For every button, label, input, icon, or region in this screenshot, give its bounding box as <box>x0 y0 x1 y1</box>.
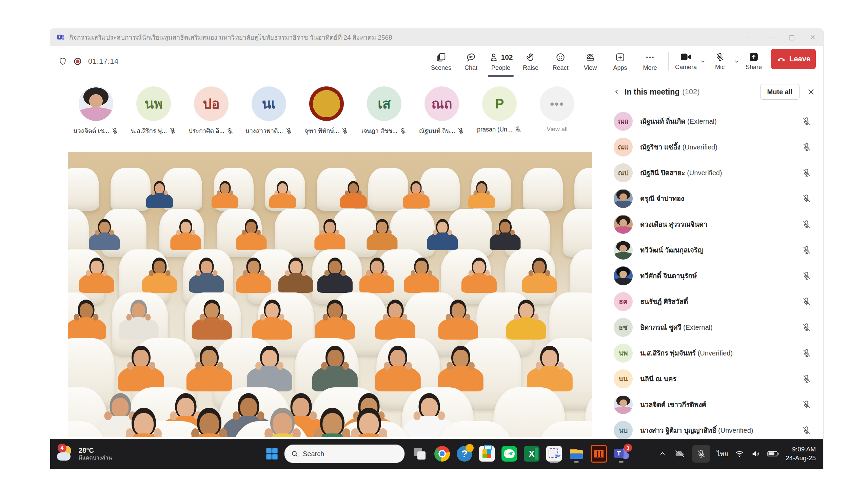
participant-row[interactable]: ทวีวัฒน์ วัฒนกุลเจริญ <box>606 237 823 263</box>
mic-muted-icon[interactable] <box>802 116 812 126</box>
help-app-taskbar-button[interactable]: ? <box>456 444 473 463</box>
line-app-taskbar-button[interactable]: LINE <box>501 444 517 463</box>
mic-muted-icon[interactable] <box>802 400 812 410</box>
ellipsis-icon: ••• <box>540 86 574 121</box>
tray-overflow-chevron[interactable] <box>658 449 667 459</box>
avatar-strip-item[interactable]: ปอประกาศิต อิ... <box>186 86 237 136</box>
attendee-hand <box>366 270 371 276</box>
panel-close-icon[interactable] <box>806 87 816 97</box>
avatar-strip-name: นางสาวพาตี... <box>245 126 292 136</box>
attendee-shirt <box>236 273 271 293</box>
microsoft-store-icon <box>479 446 495 462</box>
participant-row[interactable]: ธคธนรัชฎ์ ศิริสวัสดิ์ <box>606 289 823 314</box>
toolbar-tab-label: More <box>643 64 657 72</box>
toolbar-tab-chat[interactable]: Chat <box>456 47 486 75</box>
participant-row[interactable]: ณถณัฐนนท์ ถิ่นเกิด (External) <box>606 108 823 134</box>
participant-row[interactable]: นนนลินี ณ นคร <box>606 366 823 392</box>
onedrive-paused-icon[interactable] <box>674 449 686 459</box>
file-explorer-taskbar-button[interactable] <box>568 444 585 463</box>
participant-row[interactable]: ณปณัฐสินี ปิดสายะ (Unverified) <box>606 160 823 186</box>
avatar-strip-name: ประกาศิต อิ... <box>189 126 234 136</box>
attendee-face <box>500 222 510 233</box>
participant-row[interactable]: นบนางสาว ฐิติมา บุญญาสิทธิ์ (Unverified) <box>606 418 823 439</box>
mic-muted-icon[interactable] <box>802 374 812 384</box>
attendee-hand <box>287 190 291 195</box>
avatar-strip-item[interactable]: นวลจิตต์ เช... <box>71 86 121 136</box>
language-indicator[interactable]: ไทย <box>717 449 728 459</box>
meeting-security-icon[interactable] <box>58 57 67 66</box>
participant-row[interactable]: ธชธิดาภรณ์ ชูศรี (External) <box>606 314 823 340</box>
mic-muted-icon[interactable] <box>802 348 812 358</box>
mic-muted-icon[interactable] <box>802 425 812 435</box>
camera-button[interactable]: Camera <box>673 52 698 71</box>
attendee-figure <box>245 219 258 235</box>
participant-row[interactable]: ดรุณี จำปาทอง <box>606 186 823 211</box>
avatar-strip-item[interactable]: นพน.ส.สิริกร พุ่... <box>128 86 179 136</box>
mic-muted-icon[interactable] <box>802 194 812 204</box>
snipping-tool-taskbar-button[interactable]: ✂ <box>546 444 562 463</box>
attendee-figure <box>532 258 547 275</box>
toolbar-tab-more[interactable]: More <box>635 47 665 75</box>
attendee-hand <box>219 428 227 437</box>
window-more-button[interactable]: ··· <box>739 29 760 46</box>
mic-button[interactable]: Mic <box>707 52 732 71</box>
start-button[interactable] <box>264 446 280 462</box>
attendee-face <box>451 303 465 319</box>
microsoft-store-taskbar-button[interactable] <box>479 444 495 463</box>
avatar-strip-item[interactable]: นเนางสาวพาตี... <box>243 86 294 136</box>
leave-button[interactable]: Leave <box>771 49 816 69</box>
window-minimize-button[interactable]: — <box>760 29 781 46</box>
attendee-hand <box>433 230 437 235</box>
mic-muted-icon[interactable] <box>802 322 812 332</box>
attendee-face <box>542 350 557 367</box>
toolbar-tab-apps[interactable]: Apps <box>605 47 635 75</box>
panel-divider <box>606 107 823 107</box>
participant-row[interactable]: ณแณัฐริชา แซ่อึ้ง (Unverified) <box>606 134 823 160</box>
notification-badge: 3 <box>624 444 632 452</box>
window-close-button[interactable]: ✕ <box>802 29 823 46</box>
share-button[interactable]: Share <box>741 52 766 71</box>
attendee-hand <box>213 270 218 276</box>
participant-row[interactable]: ดวงเดือน สุวรรณจินดา <box>606 211 823 237</box>
attendee-hand <box>195 362 202 370</box>
mic-muted-icon[interactable] <box>802 142 812 152</box>
excel-taskbar-button[interactable]: X <box>524 444 540 463</box>
chrome-taskbar-button[interactable] <box>434 444 450 463</box>
search-box[interactable]: Search <box>284 444 405 463</box>
toolbar-tab-scenes[interactable]: Scenes <box>426 47 456 75</box>
avatar-strip-item[interactable]: ณถณัฐนนท์ ถิ่น... <box>416 86 467 136</box>
orange-grid-app-taskbar-button[interactable] <box>591 444 607 463</box>
battery-icon[interactable] <box>767 449 779 459</box>
mic-muted-icon[interactable] <box>802 245 812 255</box>
avatar-strip-name: prasan (Un... <box>477 126 522 133</box>
mic-muted-icon[interactable] <box>802 271 812 281</box>
volume-icon[interactable] <box>751 449 761 459</box>
participant-row[interactable]: นพน.ส.สิริกร พุ่มจันทร์ (Unverified) <box>606 340 823 366</box>
avatar-strip-item[interactable]: เสเจษฎา สัชช... <box>359 86 410 136</box>
clock[interactable]: 9:09 AM 24-Aug-25 <box>786 445 816 462</box>
mute-all-button[interactable]: Mute all <box>760 84 800 100</box>
toolbar-tab-people[interactable]: 102People <box>486 47 516 75</box>
toolbar-tab-react[interactable]: React <box>546 47 575 75</box>
mic-options-chevron[interactable] <box>733 58 741 65</box>
mic-muted-icon[interactable] <box>802 168 812 178</box>
avatar-strip-item[interactable]: จุฑา พิทักษ์... <box>301 86 352 136</box>
toolbar-tab-view[interactable]: View <box>575 47 605 75</box>
mic-muted-icon[interactable] <box>802 297 812 307</box>
tray-mic-muted-button[interactable] <box>692 445 710 463</box>
attendee-figure <box>323 219 336 235</box>
attendee-shirt <box>142 273 177 293</box>
weather-widget[interactable]: 4 28°C มีแดดบางส่วน <box>55 445 143 463</box>
wifi-icon[interactable] <box>735 449 744 459</box>
task-view-taskbar-button[interactable] <box>412 444 428 463</box>
panel-back-icon[interactable] <box>612 87 621 96</box>
view-all-button[interactable]: •••View all <box>532 86 583 133</box>
mic-muted-icon[interactable] <box>802 219 812 229</box>
window-maximize-button[interactable]: ▢ <box>781 29 802 46</box>
participant-row[interactable]: ทวีศักดิ์ จินดานุรักษ์ <box>606 263 823 289</box>
teams-taskbar-button[interactable]: T3 <box>613 444 629 463</box>
avatar-strip-item[interactable]: Pprasan (Un... <box>474 86 525 133</box>
participant-row[interactable]: นวลจิตต์ เชาวกีรติพงศ์ <box>606 392 823 418</box>
toolbar-tab-raise[interactable]: Raise <box>516 47 546 75</box>
camera-options-chevron[interactable] <box>699 58 707 65</box>
